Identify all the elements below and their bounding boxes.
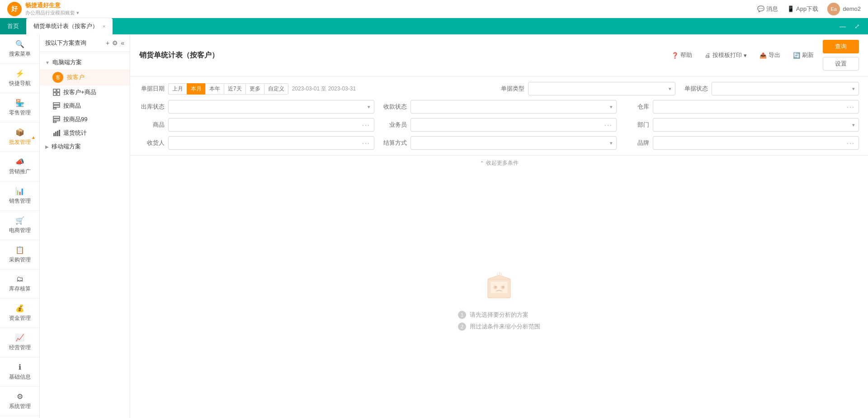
doc-status-arrow: ▾ xyxy=(852,86,855,92)
tab-restore-btn[interactable]: ⤢ xyxy=(852,21,863,32)
tab-home[interactable]: 首页 xyxy=(0,18,26,34)
export-icon: 📤 xyxy=(760,52,767,59)
purchase-icon: 📋 xyxy=(15,246,24,254)
brand-select[interactable]: ··· xyxy=(653,136,859,150)
out-status-select[interactable]: ▾ xyxy=(168,100,374,114)
tab-close-icon[interactable]: × xyxy=(103,24,105,29)
warehouse-select[interactable]: ··· xyxy=(653,100,859,114)
message-btn[interactable]: 💬 消息 xyxy=(757,5,778,13)
page-title: 销货单统计表（按客户） xyxy=(139,51,219,60)
subtitle-dropdown[interactable]: ▾ xyxy=(76,10,79,15)
sidebar-item-management[interactable]: 📈 经营管理 xyxy=(0,328,39,357)
page-title-row: 销货单统计表（按客户） ❓ 帮助 🖨 按模板打印 ▾ 📤 xyxy=(139,40,859,71)
svg-rect-10 xyxy=(53,133,55,136)
department-filter-item: 部门 ▾ xyxy=(624,118,859,132)
by-goods-icon xyxy=(52,102,61,110)
collapse-panel-btn[interactable]: « xyxy=(121,39,124,47)
department-select[interactable]: ▾ xyxy=(653,118,859,132)
date-tab-7days[interactable]: 近7天 xyxy=(224,83,245,95)
settings-button[interactable]: 设置 xyxy=(823,57,859,71)
app-download-btn[interactable]: 📱 App下载 xyxy=(787,5,818,13)
by-goods99-icon xyxy=(52,115,61,124)
date-tab-custom[interactable]: 自定义 xyxy=(264,83,288,95)
main-panel: 销货单统计表（按客户） ❓ 帮助 🖨 按模板打印 ▾ 📤 xyxy=(130,34,868,418)
tree-item-by-goods[interactable]: 按商品 xyxy=(40,99,130,113)
scheme-tree: ▼ 电脑端方案 客 按客户 按客户+商品 xyxy=(40,52,130,418)
sidebar-item-base[interactable]: ℹ 基础信息 xyxy=(0,357,39,387)
recipient-dots: ··· xyxy=(362,139,370,147)
tab-minimize-btn[interactable]: — xyxy=(837,21,848,32)
goods-select[interactable]: ··· xyxy=(168,118,374,132)
help-icon: ❓ xyxy=(671,52,679,59)
filter-row-3: 商品 ··· 业务员 ··· 部门 xyxy=(139,118,859,132)
svg-rect-0 xyxy=(53,89,56,92)
page-actions: ❓ 帮助 🖨 按模板打印 ▾ 📤 导出 🔄 xyxy=(668,40,859,71)
sidebar-item-inventory[interactable]: 🗂 库存核算 xyxy=(0,270,39,299)
refresh-icon: 🔄 xyxy=(793,52,800,59)
inventory-icon: 🗂 xyxy=(16,275,24,283)
doc-type-select[interactable]: ▾ xyxy=(528,82,675,95)
date-tab-this-month[interactable]: 本月 xyxy=(187,83,205,95)
scheme-settings-btn[interactable]: ⚙ xyxy=(112,39,118,47)
tree-group-mobile: ▶ 移动端方案 xyxy=(40,140,130,153)
left-panel: 按以下方案查询 + ⚙ « ▼ 电脑端方案 客 按客户 xyxy=(40,34,130,418)
department-arrow: ▾ xyxy=(852,122,855,128)
tree-group-mobile-header[interactable]: ▶ 移动端方案 xyxy=(40,140,130,153)
date-tabs: 上月 本月 本年 近7天 更多 自定义 xyxy=(168,83,288,95)
top-header: 好 畅捷通好生意 办公用品行业模拟账套 ▾ 💬 消息 📱 App下载 Ea de… xyxy=(0,0,868,18)
user-profile[interactable]: Ea demo2 xyxy=(827,3,861,15)
recipient-select[interactable]: ··· xyxy=(168,136,374,150)
goods-label: 商品 xyxy=(139,121,165,129)
sidebar-item-finance[interactable]: 💰 资金管理 xyxy=(0,299,39,328)
return-stats-icon xyxy=(52,129,61,137)
receipt-status-select[interactable]: ▾ xyxy=(410,100,617,114)
query-button[interactable]: 查询 xyxy=(823,40,859,53)
sidebar-item-retail[interactable]: 🏪 零售管理 xyxy=(0,93,39,123)
svg-rect-8 xyxy=(53,119,60,121)
salesperson-filter-item: 业务员 ··· xyxy=(382,118,617,132)
svg-rect-12 xyxy=(57,131,58,136)
date-tab-this-year[interactable]: 本年 xyxy=(205,83,224,95)
svg-rect-1 xyxy=(57,89,60,92)
receipt-status-label: 收款状态 xyxy=(382,103,407,111)
add-scheme-btn[interactable]: + xyxy=(106,39,109,47)
svg-rect-2 xyxy=(53,93,56,95)
date-tab-last-month[interactable]: 上月 xyxy=(168,83,187,95)
sidebar-item-ecommerce[interactable]: 🛒 电商管理 xyxy=(0,211,39,240)
sidebar-item-marketing[interactable]: 📣 营销推广 xyxy=(0,152,39,181)
out-status-arrow: ▾ xyxy=(368,104,370,110)
tree-item-by-customer[interactable]: 客 按客户 xyxy=(40,69,130,86)
sidebar-item-wholesale[interactable]: 📦 批发管理 ▲ xyxy=(0,123,39,152)
tree-item-by-customer-goods[interactable]: 按客户+商品 xyxy=(40,86,130,99)
refresh-btn[interactable]: 🔄 刷新 xyxy=(789,49,817,61)
main-layout: 🔍 搜索菜单 ⚡ 快捷导航 🏪 零售管理 📦 批发管理 ▲ 📣 营销推广 📊 销… xyxy=(0,34,868,418)
filter-row-2: 出库状态 ▾ 收款状态 ▾ 仓库 xyxy=(139,100,859,114)
date-tab-more[interactable]: 更多 xyxy=(245,83,264,95)
sidebar-item-nav[interactable]: ⚡ 快捷导航 xyxy=(0,64,39,93)
search-icon: 🔍 xyxy=(15,40,24,48)
date-filter-item: 单据日期 上月 本月 本年 近7天 更多 自定义 2023-03-01 至 20… xyxy=(139,83,492,95)
doc-status-select[interactable]: ▾ xyxy=(712,82,859,95)
sidebar-item-sales[interactable]: 📊 销售管理 xyxy=(0,181,39,211)
sidebar-item-search[interactable]: 🔍 搜索菜单 xyxy=(0,34,39,64)
tree-item-by-goods99[interactable]: 按商品99 xyxy=(40,113,130,126)
settlement-filter-item: 结算方式 ▾ xyxy=(382,136,617,150)
export-btn[interactable]: 📤 导出 xyxy=(756,49,784,61)
nav-icon: ⚡ xyxy=(15,69,24,78)
settlement-select[interactable]: ▾ xyxy=(410,136,617,150)
goods-filter-item: 商品 ··· xyxy=(139,118,374,132)
date-label: 单据日期 xyxy=(139,85,165,93)
help-btn[interactable]: ❓ 帮助 xyxy=(668,49,696,61)
tree-item-return-stats[interactable]: 退货统计 xyxy=(40,126,130,140)
tree-group-desktop-header[interactable]: ▼ 电脑端方案 xyxy=(40,56,130,69)
print-btn[interactable]: 🖨 按模板打印 ▾ xyxy=(701,49,750,61)
header-right: 💬 消息 📱 App下载 Ea demo2 xyxy=(757,3,861,15)
tree-group-desktop: ▼ 电脑端方案 客 按客户 按客户+商品 xyxy=(40,56,130,140)
sidebar-item-system[interactable]: ⚙ 系统管理 xyxy=(0,387,39,416)
sidebar-item-collab[interactable]: 🤝 企业协同 xyxy=(0,416,39,418)
filter-row-1: 单据日期 上月 本月 本年 近7天 更多 自定义 2023-03-01 至 20… xyxy=(139,82,859,95)
tab-active[interactable]: 销货单统计表（按客户） × xyxy=(26,18,113,34)
collapse-bar[interactable]: ⌃ 收起更多条件 xyxy=(130,155,868,171)
salesperson-select[interactable]: ··· xyxy=(410,118,617,132)
sidebar-item-purchase[interactable]: 📋 采购管理 xyxy=(0,240,39,270)
